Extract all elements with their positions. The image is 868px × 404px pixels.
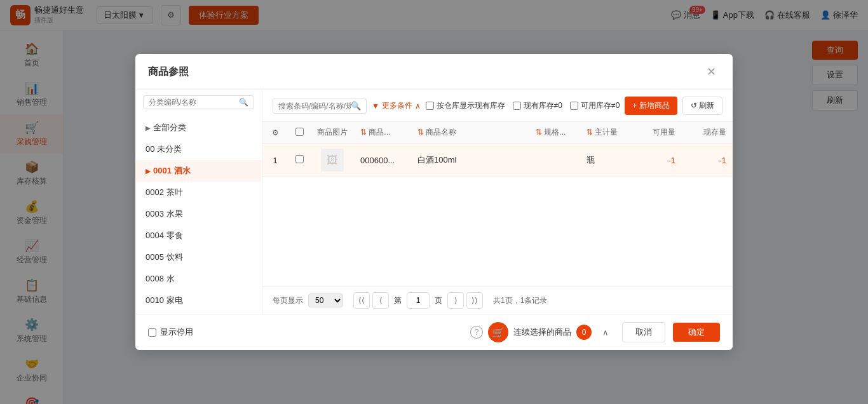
- page-size-label: 每页显示: [273, 295, 303, 306]
- select-all-checkbox[interactable]: [295, 128, 304, 136]
- cart-icon[interactable]: 🛒: [488, 322, 508, 342]
- product-search-input[interactable]: [278, 102, 351, 111]
- filter-icon: ▼: [372, 102, 379, 111]
- cat-item-0008[interactable]: 0008 水: [135, 268, 262, 290]
- show-disabled-text: 显示停用: [160, 327, 193, 338]
- checkbox-warehouse-input[interactable]: [426, 102, 434, 110]
- page-size-select[interactable]: 50 100 200: [308, 293, 343, 307]
- show-disabled-label[interactable]: 显示停用: [148, 327, 193, 338]
- refresh-button[interactable]: ↺ 刷新: [682, 97, 722, 115]
- next-page-button[interactable]: ⟩: [447, 292, 464, 309]
- cat-search-input[interactable]: [149, 98, 239, 107]
- cancel-button[interactable]: 取消: [622, 322, 665, 342]
- last-page-button[interactable]: ⟩⟩: [466, 292, 483, 309]
- col-avail-label: 可用量: [653, 128, 675, 137]
- modal-title: 商品参照: [148, 65, 702, 79]
- cat-item-label: 0003 水果: [146, 208, 183, 220]
- toolbar: 🔍 ▼ 更多条件 ∧ 按仓库显示现有库存 现: [262, 90, 733, 122]
- cat-item-0010[interactable]: 0010 家电: [135, 290, 262, 311]
- cat-arrow: ▶: [146, 125, 151, 131]
- checkbox-avail-ne0-input[interactable]: [570, 102, 578, 110]
- data-panel: 🔍 ▼ 更多条件 ∧ 按仓库显示现有库存 现: [262, 90, 733, 314]
- confirm-button[interactable]: 确定: [673, 323, 720, 342]
- cart-text: 连续选择的商品: [513, 327, 571, 338]
- collapse-cart-button[interactable]: ∧: [597, 323, 614, 341]
- col-code-sort-icon: ⇅: [360, 128, 367, 137]
- page-btns: ⟨⟨ ⟨ 第 页 ⟩ ⟩⟩: [353, 292, 483, 309]
- product-table: ⚙ 商品图片 ⇅ 商品...: [262, 122, 733, 177]
- checkbox-avail-ne0-label: 可用库存≠0: [581, 100, 620, 111]
- product-unit: 瓶: [587, 155, 595, 165]
- product-stock: -1: [719, 156, 726, 165]
- page-total: 共1页，1条记录: [493, 295, 547, 306]
- col-header-code: ⇅ 商品...: [354, 122, 411, 144]
- cat-item-0004[interactable]: 0004 零食: [135, 225, 262, 246]
- modal-close-button[interactable]: ✕: [702, 63, 720, 81]
- cat-search-icon[interactable]: 🔍: [239, 98, 248, 107]
- col-unit-sort-icon: ⇅: [587, 128, 593, 137]
- cart-count: 0: [576, 325, 592, 340]
- image-placeholder-icon: 🖼: [327, 154, 338, 167]
- product-avail: -1: [668, 156, 675, 165]
- help-icon[interactable]: ?: [470, 326, 483, 339]
- first-page-button[interactable]: ⟨⟨: [353, 292, 370, 309]
- col-code-label: 商品...: [369, 128, 390, 137]
- cat-item-0005[interactable]: 0005 饮料: [135, 246, 262, 268]
- col-spec-label: 规格...: [544, 128, 566, 137]
- cat-search-wrap: 🔍: [143, 95, 254, 109]
- cell-stock: -1: [682, 144, 733, 177]
- col-stock-label: 现存量: [703, 128, 726, 137]
- product-image: 🖼: [321, 149, 344, 172]
- checkbox-stock-ne0-input[interactable]: [513, 102, 521, 110]
- cat-item-label: 0005 饮料: [146, 252, 183, 263]
- col-name-label: 商品名称: [426, 128, 456, 137]
- cat-item-all[interactable]: ▶ 全部分类: [135, 117, 262, 138]
- col-header-num: ⚙: [262, 122, 288, 144]
- col-img-label: 商品图片: [317, 128, 348, 137]
- cell-unit: 瓶: [580, 144, 631, 177]
- checkbox-group: 按仓库显示现有库存 现有库存≠0 可用库存≠0: [426, 100, 620, 111]
- table-header-row: ⚙ 商品图片 ⇅ 商品...: [262, 122, 733, 144]
- col-header-spec: ⇅ 规格...: [529, 122, 580, 144]
- page-label: 第: [394, 295, 402, 306]
- row-checkbox[interactable]: [295, 155, 304, 163]
- page-number-input[interactable]: [407, 292, 430, 309]
- cat-item-label: 0010 家电: [146, 295, 183, 306]
- search-icon[interactable]: 🔍: [351, 101, 361, 111]
- modal-header: 商品参照 ✕: [135, 54, 733, 90]
- checkbox-stock-ne0[interactable]: 现有库存≠0: [513, 100, 562, 111]
- modal-body: 🔍 ▶ 全部分类 00 未分类 ▶ 0001 酒水: [135, 90, 733, 314]
- product-table-wrap: ⚙ 商品图片 ⇅ 商品...: [262, 122, 733, 286]
- col-spec-sort-icon: ⇅: [536, 128, 542, 137]
- cat-item-unclassified[interactable]: 00 未分类: [135, 138, 262, 160]
- checkbox-avail-ne0[interactable]: 可用库存≠0: [570, 100, 620, 111]
- prev-page-button[interactable]: ⟨: [372, 292, 389, 309]
- col-header-stock: 现存量: [682, 122, 733, 144]
- checkbox-stock-ne0-label: 现有库存≠0: [524, 100, 562, 111]
- page-suffix: 页: [435, 295, 442, 306]
- product-code: 000600...: [360, 156, 395, 165]
- show-disabled-checkbox[interactable]: [148, 328, 156, 337]
- cat-item-0002[interactable]: 0002 茶叶: [135, 182, 262, 203]
- toolbar-actions: + 新增商品 ↺ 刷新: [625, 97, 722, 115]
- modal-overlay: 商品参照 ✕ 🔍 ▶ 全部分类 00 未: [0, 0, 868, 404]
- col-settings-icon[interactable]: ⚙: [272, 128, 279, 137]
- col-unit-label: 主计量: [595, 128, 618, 137]
- filter-label: 更多条件: [382, 100, 412, 111]
- product-reference-modal: 商品参照 ✕ 🔍 ▶ 全部分类 00 未: [135, 54, 733, 350]
- col-header-avail: 可用量: [631, 122, 682, 144]
- cat-active-arrow: ▶: [146, 168, 151, 175]
- cell-img: 🖼: [311, 144, 354, 177]
- checkbox-warehouse-label: 按仓库显示现有库存: [437, 100, 505, 111]
- cell-spec: [529, 144, 580, 177]
- cat-item-label: 全部分类: [153, 122, 186, 133]
- cat-item-0001[interactable]: ▶ 0001 酒水: [135, 160, 262, 182]
- cat-item-0003[interactable]: 0003 水果: [135, 203, 262, 225]
- checkbox-warehouse[interactable]: 按仓库显示现有库存: [426, 100, 505, 111]
- col-name-sort-icon: ⇅: [417, 128, 424, 137]
- product-name: 白酒100ml: [417, 155, 456, 165]
- filter-button[interactable]: ▼ 更多条件 ∧: [372, 100, 421, 111]
- table-row[interactable]: 1 🖼 000600...: [262, 144, 733, 177]
- add-product-button[interactable]: + 新增商品: [625, 97, 677, 115]
- col-header-checkbox: [288, 122, 311, 144]
